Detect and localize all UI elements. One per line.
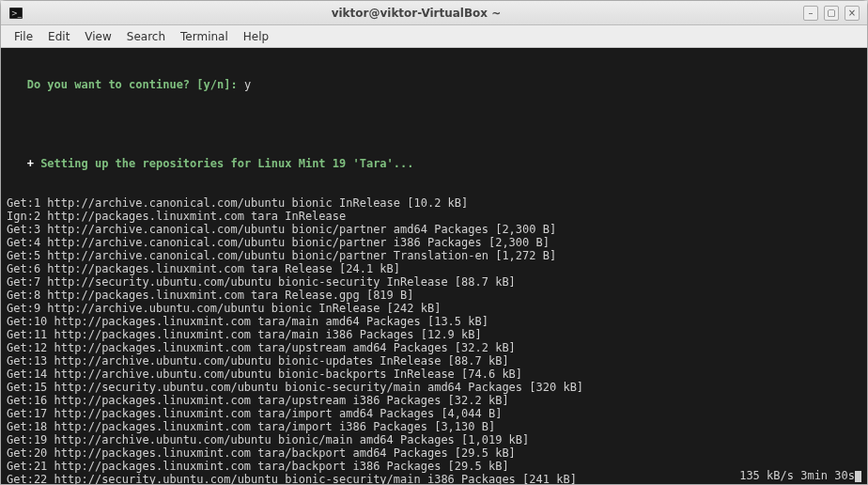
menubar: File Edit View Search Terminal Help xyxy=(1,25,867,48)
menu-help[interactable]: Help xyxy=(236,28,276,45)
setup-line: + Setting up the repositories for Linux … xyxy=(7,157,861,170)
output-line: Get:1 http://archive.canonical.com/ubunt… xyxy=(7,196,861,210)
output-line: Get:11 http://packages.linuxmint.com tar… xyxy=(7,328,861,341)
output-line: Get:10 http://packages.linuxmint.com tar… xyxy=(7,315,861,328)
status-right: 135 kB/s 3min 30s xyxy=(739,469,861,482)
window-controls: – ▢ × xyxy=(803,6,860,21)
prompt-line: Do you want to continue? [y/n]: y xyxy=(7,78,861,91)
output-line: Get:13 http://archive.ubuntu.com/ubuntu … xyxy=(7,354,861,368)
output-line: Get:12 http://packages.linuxmint.com tar… xyxy=(7,341,861,354)
output-line: Get:20 http://packages.linuxmint.com tar… xyxy=(7,446,861,460)
maximize-button[interactable]: ▢ xyxy=(824,6,839,21)
output-line: Get:6 http://packages.linuxmint.com tara… xyxy=(7,262,861,275)
menu-search[interactable]: Search xyxy=(119,28,173,45)
close-button[interactable]: × xyxy=(845,6,860,21)
menu-terminal[interactable]: Terminal xyxy=(173,28,236,45)
window-title: viktor@viktor-VirtualBox ~ xyxy=(29,7,803,20)
output-line: Get:14 http://archive.ubuntu.com/ubuntu … xyxy=(7,368,861,381)
output-line: Get:21 http://packages.linuxmint.com tar… xyxy=(7,460,861,473)
output-line: Get:8 http://packages.linuxmint.com tara… xyxy=(7,289,861,302)
blank-line xyxy=(7,117,861,131)
output-line: Get:17 http://packages.linuxmint.com tar… xyxy=(7,407,861,420)
minimize-button[interactable]: – xyxy=(803,6,818,21)
terminal-viewport[interactable]: Do you want to continue? [y/n]: y + Sett… xyxy=(1,48,867,484)
output-line: Get:5 http://archive.canonical.com/ubunt… xyxy=(7,249,861,262)
terminal-window: >_ viktor@viktor-VirtualBox ~ – ▢ × File… xyxy=(0,0,868,485)
output-line: Get:19 http://archive.ubuntu.com/ubuntu … xyxy=(7,433,861,446)
app-icon: >_ xyxy=(8,6,23,21)
output-line: Get:3 http://archive.canonical.com/ubunt… xyxy=(7,223,861,236)
output-line: Get:16 http://packages.linuxmint.com tar… xyxy=(7,394,861,407)
output-line: Get:4 http://archive.canonical.com/ubunt… xyxy=(7,236,861,249)
output-lines: Get:1 http://archive.canonical.com/ubunt… xyxy=(7,196,861,484)
menu-view[interactable]: View xyxy=(77,28,118,45)
svg-text:>_: >_ xyxy=(11,9,23,18)
output-line: Get:15 http://security.ubuntu.com/ubuntu… xyxy=(7,381,861,394)
output-line: Get:7 http://security.ubuntu.com/ubuntu … xyxy=(7,275,861,289)
menu-edit[interactable]: Edit xyxy=(40,28,77,45)
output-line: Get:22 http://security.ubuntu.com/ubuntu… xyxy=(7,473,861,484)
output-line: Get:18 http://packages.linuxmint.com tar… xyxy=(7,420,861,433)
titlebar[interactable]: >_ viktor@viktor-VirtualBox ~ – ▢ × xyxy=(1,1,867,25)
output-line: Get:9 http://archive.ubuntu.com/ubuntu b… xyxy=(7,302,861,315)
output-line: Ign:2 http://packages.linuxmint.com tara… xyxy=(7,210,861,223)
cursor xyxy=(855,471,861,482)
menu-file[interactable]: File xyxy=(7,28,40,45)
